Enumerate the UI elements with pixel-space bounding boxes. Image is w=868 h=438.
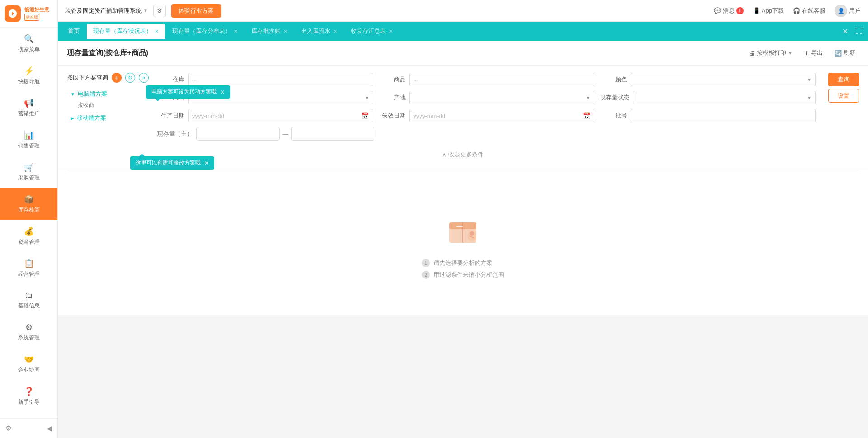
system-dropdown-icon: ▼ — [143, 8, 148, 13]
empty-state: 1 请先选择要分析的方案 2 用过滤条件来缩小分析范围 — [58, 170, 868, 315]
sidebar-item-inventory[interactable]: 📦 库存核算 — [0, 188, 57, 220]
sidebar-item-operation[interactable]: 📋 经营管理 — [0, 252, 57, 284]
filter-back-btn[interactable]: « — [139, 73, 149, 83]
create-tooltip-close[interactable]: ✕ — [204, 160, 209, 166]
tab-batch-ledger-label: 库存批次账 — [251, 27, 281, 35]
filter-refresh-btn[interactable]: ↻ — [125, 73, 135, 83]
sidebar: 畅通好生意 标准版 🔍 搜索菜单 ⚡ 快捷导航 📢 营销推广 📊 销售管理 — [0, 0, 58, 438]
refresh-btn[interactable]: 🔄 刷新 — [831, 47, 859, 59]
desktop-scheme-group: ▼ 电脑端方案 接收商 — [67, 88, 150, 110]
industry-solution-btn[interactable]: 体验行业方案 — [171, 4, 221, 18]
message-badge: 8 — [736, 7, 744, 14]
message-icon: 💬 — [714, 7, 721, 14]
filter-warehouse: 仓库 ... — [157, 73, 373, 86]
filter-section: 按以下方案查询 + ↻ « 电脑方案可设为移动方案哦 ✕ — [58, 66, 868, 170]
tip-num-1: 1 — [422, 259, 430, 267]
filter-fields: 仓库 ... 商品 ... — [157, 73, 816, 145]
filter-add-btn[interactable]: + — [112, 73, 122, 83]
produce-date-label: 生产日期 — [157, 112, 184, 120]
inv-qty-min[interactable] — [196, 127, 280, 141]
export-btn[interactable]: ⬆ 导出 — [801, 47, 826, 59]
settings-gear-btn[interactable]: ⚙ — [153, 5, 166, 17]
sidebar-item-enterprise[interactable]: 🤝 企业协同 — [0, 348, 57, 380]
user-name-label: 用户 — [849, 7, 861, 15]
filter-row-4: 现存量（主） — — [157, 127, 816, 141]
sidebar-item-guide[interactable]: ❓ 新手引导 — [0, 380, 57, 412]
tab-inout-flow-close[interactable]: ✕ — [333, 28, 337, 34]
main-area: 装备及固定资产辅助管理系统 ▼ ⚙ 体验行业方案 💬 消息 8 📱 App下载 — [58, 0, 868, 438]
tab-inventory-status-close[interactable]: ✕ — [155, 28, 159, 34]
app-download-btn[interactable]: 📱 App下载 — [753, 7, 784, 15]
guide-icon: ❓ — [24, 386, 34, 396]
desktop-scheme-toggle[interactable]: ▼ 电脑端方案 — [67, 88, 150, 100]
tab-recv-summary[interactable]: 收发存汇总表 ✕ — [344, 24, 399, 39]
produce-date-placeholder: yyyy-mm-dd — [192, 113, 224, 119]
sidebar-item-marketing[interactable]: 📢 营销推广 — [0, 92, 57, 124]
goods-select[interactable]: ... — [409, 73, 594, 86]
produce-date-calendar-icon: 📅 — [361, 112, 369, 119]
expire-date-input[interactable]: yyyy-mm-dd 📅 — [409, 109, 594, 122]
inv-qty-label: 现存量（主） — [157, 130, 193, 138]
user-area[interactable]: 👤 用户 — [835, 5, 861, 17]
inventory-icon: 📦 — [24, 194, 34, 204]
tab-home[interactable]: 首页 — [61, 24, 86, 39]
empty-tip-2: 2 用过滤条件来缩小分析范围 — [422, 271, 504, 279]
app-download-label: App下载 — [762, 7, 784, 15]
range-dash: — — [283, 131, 288, 137]
sidebar-item-finance[interactable]: 💰 资金管理 — [0, 220, 57, 252]
tab-batch-ledger-close[interactable]: ✕ — [283, 28, 288, 34]
expire-date-calendar-icon: 📅 — [583, 112, 590, 119]
tab-recv-summary-close[interactable]: ✕ — [389, 28, 393, 34]
reset-btn[interactable]: 设置 — [828, 89, 859, 103]
search-btn[interactable]: 查询 — [828, 73, 859, 86]
filter-produce-date: 生产日期 yyyy-mm-dd 📅 — [157, 109, 373, 122]
mobile-scheme-toggle[interactable]: ▶ 移动端方案 — [67, 112, 150, 124]
logo-icon — [5, 5, 21, 22]
message-btn[interactable]: 💬 消息 8 — [714, 7, 744, 15]
sidebar-item-sales[interactable]: 📊 销售管理 — [0, 124, 57, 156]
tab-batch-ledger[interactable]: 库存批次账 ✕ — [245, 24, 294, 39]
page-content: 现存量查询(按仓库+商品) 🖨 按模板打印 ▼ ⬆ 导出 🔄 — [58, 41, 868, 438]
filter-batch-no: 批号 — [600, 109, 816, 122]
sidebar-item-quick-nav[interactable]: ⚡ 快捷导航 — [0, 60, 57, 92]
collapse-btn[interactable]: ∧ 收起更多条件 — [442, 151, 484, 159]
settings-footer-icon[interactable]: ⚙ — [5, 424, 12, 433]
sidebar-item-basic[interactable]: 🗂 基础信息 — [0, 284, 57, 316]
system-selector[interactable]: 装备及固定资产辅助管理系统 ▼ — [65, 7, 148, 15]
page-title: 现存量查询(按仓库+商品) — [67, 48, 148, 58]
filter-inventory-status: 现存量状态 ▼ — [600, 91, 816, 104]
batch-no-input[interactable] — [631, 109, 816, 122]
tab-inout-flow[interactable]: 出入库流水 ✕ — [295, 24, 344, 39]
inv-qty-max[interactable] — [291, 127, 375, 141]
goods-label: 商品 — [378, 75, 406, 84]
tab-inventory-status[interactable]: 现存量（库存状况表） ✕ — [87, 24, 165, 39]
warehouse-label: 仓库 — [157, 75, 184, 84]
tab-inventory-dist-close[interactable]: ✕ — [234, 28, 238, 34]
collapse-sidebar-icon[interactable]: ◀ — [47, 424, 52, 433]
print-label: 按模板打印 — [757, 49, 786, 57]
phone-icon: 📱 — [753, 7, 760, 14]
logo-text: 畅通好生意 标准版 — [24, 6, 49, 21]
origin-select[interactable]: ▼ — [409, 91, 594, 104]
tab-close-all-icon[interactable]: ✕ — [840, 25, 850, 38]
export-label: 导出 — [811, 49, 823, 57]
warehouse-select[interactable]: ... — [188, 73, 373, 86]
color-select[interactable]: ▼ — [631, 73, 816, 86]
produce-date-input[interactable]: yyyy-mm-dd 📅 — [188, 109, 373, 122]
online-support-label: 在线客服 — [802, 7, 826, 15]
sidebar-label-inventory: 库存核算 — [18, 206, 40, 214]
sidebar-item-purchase[interactable]: 🛒 采购管理 — [0, 156, 57, 188]
enterprise-icon: 🤝 — [24, 354, 34, 364]
scheme-tooltip-close[interactable]: ✕ — [220, 89, 225, 95]
tab-restore-icon[interactable]: ⛶ — [854, 25, 864, 37]
sidebar-item-system[interactable]: ⚙ 系统管理 — [0, 316, 57, 348]
inv-status-select[interactable]: ▼ — [633, 91, 816, 104]
scheme-item-jieshousshang[interactable]: 接收商 — [67, 100, 150, 110]
filter-header: 按以下方案查询 + ↻ « — [67, 73, 150, 83]
online-support-btn[interactable]: 🎧 在线客服 — [793, 7, 826, 15]
filter-label: 按以下方案查询 — [67, 74, 108, 82]
print-btn[interactable]: 🖨 按模板打印 ▼ — [745, 47, 796, 59]
batch-no-label: 批号 — [600, 112, 627, 120]
sidebar-item-search[interactable]: 🔍 搜索菜单 — [0, 28, 57, 60]
tab-inventory-dist[interactable]: 现存量（库存分布表） ✕ — [166, 24, 244, 39]
